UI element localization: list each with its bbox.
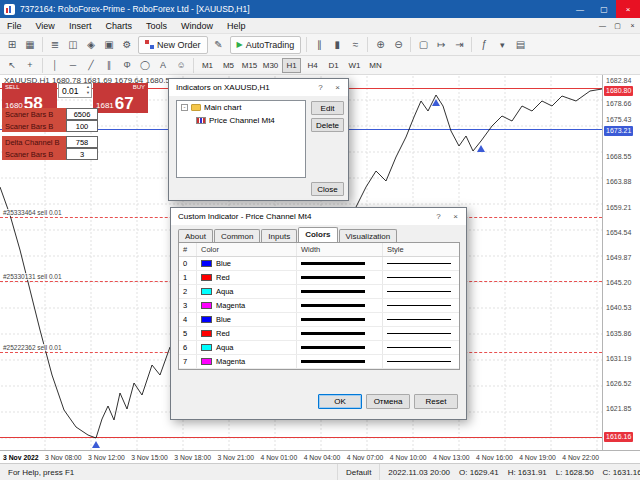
style-selector[interactable] bbox=[383, 285, 459, 298]
width-selector[interactable] bbox=[297, 271, 383, 284]
cursor-icon[interactable]: ↖ bbox=[3, 57, 21, 74]
market-watch-icon[interactable]: ≣ bbox=[46, 36, 64, 53]
timeframe-m30[interactable]: M30 bbox=[261, 58, 280, 73]
menu-file[interactable]: File bbox=[0, 18, 29, 33]
style-selector[interactable] bbox=[383, 257, 459, 270]
vertical-line-icon[interactable]: │ bbox=[46, 57, 64, 74]
timeframe-m5[interactable]: M5 bbox=[219, 58, 238, 73]
tab-about[interactable]: About bbox=[178, 229, 213, 242]
indicators-list[interactable]: - Main chart Price Channel Mt4 bbox=[176, 100, 306, 178]
style-selector[interactable] bbox=[383, 271, 459, 284]
text-tool-icon[interactable]: A bbox=[154, 57, 172, 74]
color-row[interactable]: 2 Aqua bbox=[179, 285, 459, 299]
tile-windows-icon[interactable]: ▢ bbox=[414, 36, 432, 53]
width-selector[interactable] bbox=[297, 299, 383, 312]
color-row[interactable]: 5 Red bbox=[179, 327, 459, 341]
width-selector[interactable] bbox=[297, 327, 383, 340]
width-selector[interactable] bbox=[297, 313, 383, 326]
custom-dialog-titlebar[interactable]: Custom Indicator - Price Channel Mt4 ? × bbox=[171, 208, 466, 225]
style-selector[interactable] bbox=[383, 327, 459, 340]
reset-button[interactable]: Reset bbox=[414, 394, 458, 409]
menu-tools[interactable]: Tools bbox=[139, 18, 174, 33]
timeframe-h1[interactable]: H1 bbox=[282, 58, 301, 73]
tab-visualization[interactable]: Visualization bbox=[339, 229, 398, 242]
lot-spinner[interactable]: ▲▼ bbox=[86, 84, 90, 96]
color-swatch[interactable] bbox=[201, 302, 212, 309]
width-selector[interactable] bbox=[297, 341, 383, 354]
periods-dropdown-icon[interactable]: ▾ bbox=[493, 36, 511, 53]
line-chart-icon[interactable]: ≈ bbox=[346, 36, 364, 53]
tree-expander-icon[interactable]: - bbox=[181, 104, 188, 111]
color-row[interactable]: 4 Blue bbox=[179, 313, 459, 327]
edit-button[interactable]: Edit bbox=[311, 101, 344, 115]
lot-size-input[interactable]: 0.01 ▲▼ bbox=[58, 83, 92, 98]
timeframe-h4[interactable]: H4 bbox=[303, 58, 322, 73]
color-swatch[interactable] bbox=[201, 260, 212, 267]
color-row[interactable]: 0 Blue bbox=[179, 257, 459, 271]
menu-charts[interactable]: Charts bbox=[98, 18, 139, 33]
timeframe-w1[interactable]: W1 bbox=[345, 58, 364, 73]
templates-icon[interactable]: ▤ bbox=[511, 36, 529, 53]
help-icon[interactable]: ? bbox=[312, 81, 329, 95]
menu-help[interactable]: Help bbox=[220, 18, 253, 33]
color-row[interactable]: 3 Magenta bbox=[179, 299, 459, 313]
mdi-close-button[interactable]: × bbox=[625, 19, 640, 33]
style-selector[interactable] bbox=[383, 355, 459, 368]
shapes-icon[interactable]: ◯ bbox=[136, 57, 154, 74]
color-swatch[interactable] bbox=[201, 316, 212, 323]
tree-item-price-channel[interactable]: Price Channel Mt4 bbox=[177, 114, 305, 127]
chart-shift-icon[interactable]: ⇥ bbox=[450, 36, 468, 53]
timeframe-m15[interactable]: M15 bbox=[240, 58, 259, 73]
trend-line-icon[interactable]: ╱ bbox=[82, 57, 100, 74]
timeframe-m1[interactable]: M1 bbox=[198, 58, 217, 73]
timeframe-mn[interactable]: MN bbox=[366, 58, 385, 73]
style-selector[interactable] bbox=[383, 313, 459, 326]
strategy-tester-icon[interactable]: ⚙ bbox=[118, 36, 136, 53]
navigator-icon[interactable]: ◈ bbox=[82, 36, 100, 53]
bar-chart-icon[interactable]: ∥ bbox=[310, 36, 328, 53]
arrows-tool-icon[interactable]: ☺ bbox=[172, 57, 190, 74]
indicators-icon[interactable]: ƒ bbox=[475, 36, 493, 53]
color-row[interactable]: 6 Aqua bbox=[179, 341, 459, 355]
maximize-button[interactable]: ▢ bbox=[592, 0, 616, 18]
zoom-in-icon[interactable]: ⊕ bbox=[371, 36, 389, 53]
mdi-restore-button[interactable]: ▢ bbox=[610, 19, 625, 33]
menu-window[interactable]: Window bbox=[174, 18, 220, 33]
color-swatch[interactable] bbox=[201, 274, 212, 281]
indicators-dialog-titlebar[interactable]: Indicators on XAUUSD,H1 ? × bbox=[169, 79, 348, 96]
color-row[interactable]: 1 Red bbox=[179, 271, 459, 285]
profiles-icon[interactable]: ▦ bbox=[21, 36, 39, 53]
width-selector[interactable] bbox=[297, 257, 383, 270]
time-axis[interactable]: 3 Nov 2022 3 Nov 08:00 3 Nov 12:00 3 Nov… bbox=[0, 450, 640, 463]
terminal-icon[interactable]: ▣ bbox=[100, 36, 118, 53]
autotrading-button[interactable]: ▶ AutoTrading bbox=[230, 36, 302, 54]
price-scale[interactable]: 1682.84 1680.80 1678.66 1675.43 1673.21 … bbox=[602, 75, 640, 450]
width-selector[interactable] bbox=[297, 285, 383, 298]
buy-button[interactable]: BUY 1681 67 bbox=[93, 83, 148, 113]
mdi-minimize-button[interactable]: — bbox=[595, 19, 610, 33]
close-button[interactable]: × bbox=[616, 0, 640, 18]
style-selector[interactable] bbox=[383, 341, 459, 354]
close-button[interactable]: Close bbox=[311, 182, 344, 196]
timeframe-d1[interactable]: D1 bbox=[324, 58, 343, 73]
data-window-icon[interactable]: ◫ bbox=[64, 36, 82, 53]
tree-item-main-chart[interactable]: - Main chart bbox=[177, 101, 305, 114]
new-chart-icon[interactable]: ⊞ bbox=[3, 36, 21, 53]
new-order-button[interactable]: New Order bbox=[138, 36, 208, 54]
close-icon[interactable]: × bbox=[447, 210, 464, 224]
tab-colors[interactable]: Colors bbox=[298, 227, 337, 242]
color-swatch[interactable] bbox=[201, 344, 212, 351]
candle-chart-icon[interactable]: ▮ bbox=[328, 36, 346, 53]
color-row[interactable]: 7 Magenta bbox=[179, 355, 459, 369]
horizontal-line-icon[interactable]: ─ bbox=[64, 57, 82, 74]
color-swatch[interactable] bbox=[201, 358, 212, 365]
metaeditor-icon[interactable]: ✎ bbox=[210, 36, 228, 53]
color-swatch[interactable] bbox=[201, 288, 212, 295]
cancel-button[interactable]: Отмена bbox=[366, 394, 410, 409]
ok-button[interactable]: OK bbox=[318, 394, 362, 409]
tab-inputs[interactable]: Inputs bbox=[261, 229, 297, 242]
style-selector[interactable] bbox=[383, 299, 459, 312]
menu-insert[interactable]: Insert bbox=[62, 18, 99, 33]
help-icon[interactable]: ? bbox=[430, 210, 447, 224]
fibonacci-icon[interactable]: Φ bbox=[118, 57, 136, 74]
